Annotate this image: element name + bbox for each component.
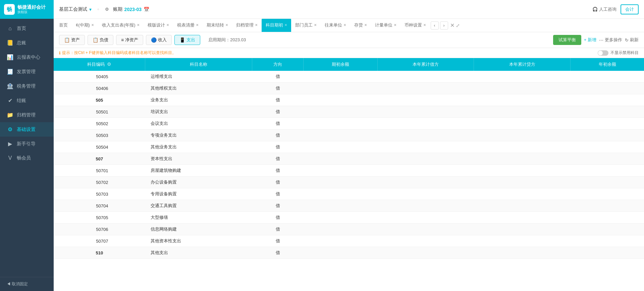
liability-icon: 📋 xyxy=(93,37,98,43)
tab-template[interactable]: 模版设计 ✕ xyxy=(144,19,173,32)
company-selector[interactable]: 基层工会测试 ▾ xyxy=(59,6,92,12)
cell-ytd-debit xyxy=(377,235,474,247)
tab-close-icon[interactable]: ✕ xyxy=(196,23,199,27)
tab-prev-btn[interactable]: ‹ xyxy=(431,21,439,30)
sidebar-item-settings[interactable]: ⚙ 基础设置 xyxy=(0,122,54,137)
cat-tab-expense[interactable]: 📱 支出 xyxy=(174,35,200,45)
cell-code: 50502 xyxy=(54,118,145,130)
sidebar-item-archive[interactable]: 📁 归档管理 xyxy=(0,108,54,122)
table-row[interactable]: 50704 交通工具购置 借 xyxy=(54,200,644,212)
tab-period[interactable]: ¢(中期) ✕ xyxy=(72,19,98,32)
add-btn[interactable]: + 新增 xyxy=(584,37,596,43)
table-row[interactable]: 50405 运维维支出 借 xyxy=(54,71,644,83)
tab-close-icon[interactable]: ✕ xyxy=(137,23,140,27)
tab-close-icon[interactable]: ✕ xyxy=(364,23,367,27)
tab-close-icon[interactable]: ✕ xyxy=(423,23,426,27)
cell-direction: 借 xyxy=(252,141,304,153)
table-row[interactable]: 50406 其他维权支出 借 xyxy=(54,83,644,94)
tab-close-icon[interactable]: ✕ xyxy=(343,23,346,27)
tab-income[interactable]: 收入支出表(年报) ✕ xyxy=(98,19,144,32)
app-logo-text: 畅捷通好会计 旗舰版 xyxy=(17,4,46,15)
cell-code: 50705 xyxy=(54,212,145,224)
table-row[interactable]: 50702 办公设备购置 借 xyxy=(54,177,644,188)
toggle-switch[interactable] xyxy=(598,50,608,56)
cat-tab-liability[interactable]: 📋 负债 xyxy=(88,35,113,45)
more-btn[interactable]: ⋯ 更多操作 xyxy=(599,37,622,43)
tab-close-icon[interactable]: ✕ xyxy=(314,23,317,27)
tab-tax[interactable]: 税表清册 ✕ xyxy=(173,19,203,32)
sidebar-collapse-btn[interactable]: ◀ 取消固定 xyxy=(0,277,54,291)
sidebar-item-checkout[interactable]: ✔ 结账 xyxy=(0,93,54,108)
sidebar-item-invoice[interactable]: 🧾 发票管理 xyxy=(0,64,54,79)
col-settings-icon[interactable]: ⚙ xyxy=(107,61,111,67)
table-row[interactable]: 50701 房屋建筑物购建 借 xyxy=(54,165,644,177)
settings-gear-icon[interactable]: ⚙ xyxy=(105,7,109,12)
sidebar-item-vip[interactable]: V 畅会员 xyxy=(0,151,54,165)
tab-close-all-btn[interactable]: ✕ xyxy=(450,22,454,29)
tab-close-icon[interactable]: ✕ xyxy=(394,23,396,27)
table-row[interactable]: 50707 其他资本性支出 借 xyxy=(54,235,644,247)
tab-close-icon[interactable]: ✕ xyxy=(91,23,94,27)
table-row[interactable]: 50503 专项业务支出 借 xyxy=(54,130,644,141)
cell-ytd-debit xyxy=(377,247,474,259)
tab-home[interactable]: 首页 xyxy=(55,19,72,32)
balance-btn[interactable]: 试算平衡 xyxy=(553,35,581,45)
cat-tab-net-asset[interactable]: ≡ 净资产 xyxy=(116,35,143,45)
table-row[interactable]: 50703 专用设备购置 借 xyxy=(54,188,644,200)
cell-ytd-credit xyxy=(474,130,571,141)
sidebar-item-home[interactable]: ⌂ 首页 xyxy=(0,21,54,36)
tab-measure[interactable]: 计量单位 ✕ xyxy=(371,19,400,32)
table-row[interactable]: 50706 信息网络购建 借 xyxy=(54,224,644,235)
cell-year-opening xyxy=(571,200,644,212)
cell-ytd-credit xyxy=(474,118,571,130)
service-btn[interactable]: 🎧 人工咨询 xyxy=(592,6,616,12)
calendar-icon[interactable]: 📅 xyxy=(144,7,149,12)
refresh-btn[interactable]: ↻ 刷新 xyxy=(625,37,639,43)
tab-currency[interactable]: 币种设置 ✕ xyxy=(400,19,430,32)
tab-close-icon[interactable]: ✕ xyxy=(255,23,258,27)
sidebar: 畅 畅捷通好会计 旗舰版 ⌂ 首页 📒 总账 📊 云报表中心 🧾 发票管理 🏦 … xyxy=(0,0,54,291)
tab-subject-period[interactable]: 科目期初 ✕ xyxy=(262,19,291,32)
tab-next-btn[interactable]: › xyxy=(440,21,448,30)
table-row[interactable]: 50501 培训支出 借 xyxy=(54,106,644,118)
disabled-toggle[interactable]: 不显示禁用科目 xyxy=(598,50,639,56)
net-asset-icon: ≡ xyxy=(121,37,124,43)
tab-label: 计量单位 xyxy=(375,22,392,28)
account-btn[interactable]: 会计 xyxy=(621,4,639,14)
tab-close-icon[interactable]: ✕ xyxy=(166,23,169,27)
tab-period-end[interactable]: 期末结转 ✕ xyxy=(203,19,232,32)
tab-label: 存货 xyxy=(354,22,363,28)
table-row[interactable]: 510 其他支出 借 xyxy=(54,247,644,259)
sidebar-item-guide[interactable]: ▶ 新手引导 xyxy=(0,137,54,151)
cat-tab-income[interactable]: 🔵 收入 xyxy=(146,35,172,45)
main-content: 基层工会测试 ▾ + ⚙ 账期 2023-03 📅 🎧 人工咨询 会计 首页 ¢… xyxy=(54,0,644,291)
cell-name: 专用设备购置 xyxy=(145,188,252,200)
cell-code: 50703 xyxy=(54,188,145,200)
reports-icon: 📊 xyxy=(7,54,13,60)
cell-year-opening xyxy=(571,247,644,259)
tab-partners[interactable]: 往来单位 ✕ xyxy=(321,19,350,32)
sidebar-item-reports[interactable]: 📊 云报表中心 xyxy=(0,50,54,64)
table-row[interactable]: 50502 会议支出 借 xyxy=(54,118,644,130)
tab-close-icon[interactable]: ✕ xyxy=(225,23,228,27)
sidebar-item-tax[interactable]: 🏦 税务管理 xyxy=(0,79,54,93)
cell-opening-balance xyxy=(304,118,377,130)
sidebar-nav: ⌂ 首页 📒 总账 📊 云报表中心 🧾 发票管理 🏦 税务管理 ✔ 结账 📁 归… xyxy=(0,19,54,277)
tab-close-icon[interactable]: ✕ xyxy=(284,23,287,27)
tab-inventory[interactable]: 存货 ✕ xyxy=(350,19,371,32)
sidebar-item-ledger[interactable]: 📒 总账 xyxy=(0,36,54,50)
table-row[interactable]: 507 资本性支出 借 xyxy=(54,153,644,165)
tab-department[interactable]: 部门员工 ✕ xyxy=(291,19,321,32)
cell-code: 505 xyxy=(54,94,145,106)
cell-opening-balance xyxy=(304,224,377,235)
tab-archive[interactable]: 归档管理 ✕ xyxy=(232,19,262,32)
table-row[interactable]: 505 业务支出 借 xyxy=(54,94,644,106)
tab-expand-btn[interactable]: ⤢ xyxy=(456,23,460,28)
tax-icon: 🏦 xyxy=(7,83,13,89)
table-row[interactable]: 50705 大型修缮 借 xyxy=(54,212,644,224)
sidebar-item-label: 新手引导 xyxy=(17,141,36,147)
table-row[interactable]: 50504 其他业务支出 借 xyxy=(54,141,644,153)
cat-tab-asset[interactable]: 📋 资产 xyxy=(59,35,85,45)
cell-name: 业务支出 xyxy=(145,94,252,106)
cell-code: 50702 xyxy=(54,177,145,188)
